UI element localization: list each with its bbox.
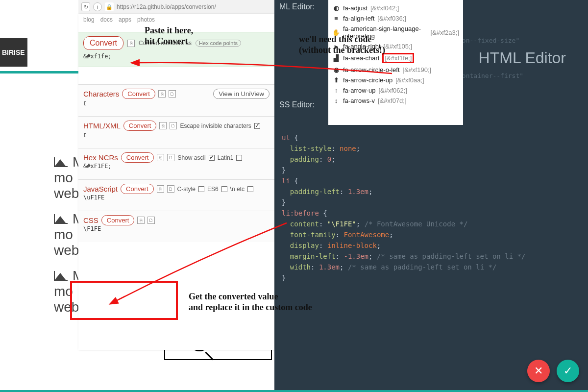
escape-invisible-checkbox[interactable]	[254, 123, 260, 129]
fa-glyph-icon: ▟	[332, 54, 340, 62]
convert-numbers-label: Convert numbers as	[139, 40, 192, 47]
cstyle-checkbox[interactable]	[198, 186, 204, 192]
fa-cheatsheet-row: ◐fa-adjust[&#xf042;]	[332, 3, 459, 13]
html-xml-section: HTML/XML Convert ⎘ 🗋 Escape invisible ch…	[78, 116, 274, 148]
convert-button[interactable]: Convert	[121, 184, 154, 194]
fa-code: [&#xf07d;]	[378, 97, 407, 104]
fa-code: [&#xf190;]	[403, 66, 432, 74]
mobirise-brand-partial: BIRISE	[0, 38, 27, 67]
convert-button[interactable]: Convert	[122, 89, 155, 99]
fa-code: [&#xf036;]	[377, 15, 406, 22]
netc-label: \n etc	[230, 186, 245, 193]
section-title: CSS	[83, 216, 98, 224]
convert-button[interactable]: Convert	[83, 36, 123, 50]
file-icon[interactable]: 🗋	[169, 90, 176, 98]
characters-output[interactable]: ▯	[83, 99, 87, 106]
fa-cheatsheet-row: ≡fa-align-left[&#xf036;]	[332, 13, 459, 24]
convert-button[interactable]: Convert	[123, 121, 157, 131]
show-ascii-label: Show ascii	[177, 154, 205, 161]
fa-glyph-icon: ≡	[332, 15, 340, 22]
javascript-output[interactable]: \uF1FE	[83, 194, 270, 201]
section-title: HTML/XML	[83, 122, 121, 130]
view-in-uniview-button[interactable]: View in UniView	[213, 89, 270, 99]
fa-code: [&#xf042;]	[370, 4, 399, 12]
info-icon[interactable]: i	[93, 2, 102, 11]
chart-icon	[54, 157, 68, 167]
fa-glyph-icon: ⬆	[332, 76, 340, 84]
file-icon[interactable]: 🗋	[170, 122, 177, 129]
nav-blog[interactable]: blog	[83, 16, 95, 23]
confirm-fab[interactable]: ✓	[557, 360, 579, 382]
cancel-fab[interactable]: ✕	[527, 360, 550, 382]
fa-glyph-icon: ↑	[332, 87, 340, 94]
input-area: Convert ⎘ Convert numbers as Hex code po…	[78, 32, 274, 67]
characters-section: Characters Convert ⎘ 🗋 View in UniView ▯	[78, 84, 274, 116]
fa-name: fa-american-sign-language-interpreting	[343, 25, 427, 40]
fontawesome-cheatsheet: ◐fa-adjust[&#xf042;]≡fa-align-left[&#xf0…	[328, 0, 463, 125]
section-title: Characters	[83, 90, 119, 98]
fa-cheatsheet-row: ↑fa-arrow-up[&#xf062;]	[332, 85, 459, 96]
converter-app: blog docs apps photos Convert ⎘ Convert …	[78, 14, 274, 350]
javascript-section: JavaScript Convert ⎘ 🗋 C-style ES6 \n et…	[78, 179, 274, 211]
show-ascii-checkbox[interactable]	[209, 155, 215, 161]
fa-cheatsheet-row: ▟fa-area-chart[&#xf1fe;]	[332, 51, 459, 65]
cstyle-label: C-style	[177, 186, 196, 193]
chart-icon	[54, 214, 68, 224]
check-icon: ✓	[564, 365, 572, 377]
main-input[interactable]: &#xf1fe;	[83, 53, 270, 60]
section-title: Hex NCRs	[83, 153, 118, 162]
file-icon[interactable]: 🗋	[167, 185, 174, 193]
top-nav: blog docs apps photos	[78, 14, 274, 25]
nav-docs[interactable]: docs	[100, 16, 113, 23]
css-output[interactable]: \F1FE	[83, 225, 270, 232]
fa-name: fa-arrow-up	[343, 87, 375, 94]
fa-name: fa-angle-right	[343, 43, 381, 50]
file-icon[interactable]: 🗋	[167, 154, 174, 161]
html-xml-output[interactable]: ▯	[83, 131, 87, 138]
escape-invisible-label: Escape invisible characters	[180, 122, 251, 129]
es6-checkbox[interactable]	[221, 186, 227, 192]
copy-icon[interactable]: ⎘	[127, 40, 135, 47]
fa-name: fa-align-left	[343, 15, 374, 22]
fa-code: [&#xf105;]	[384, 43, 413, 50]
copy-icon[interactable]: ⎘	[157, 185, 164, 193]
netc-checkbox[interactable]	[247, 186, 253, 192]
copy-icon[interactable]: ⎘	[157, 154, 164, 161]
browser-chrome: ↻ i 🔒 https://r12a.github.io/apps/conver…	[78, 0, 274, 14]
hex-codepoints-pill[interactable]: Hex code points	[196, 40, 241, 47]
css-editor-label: SS Editor:	[279, 100, 315, 109]
lock-icon: 🔒	[105, 2, 114, 11]
hex-ncrs-output[interactable]: &#xF1FE;	[83, 163, 270, 170]
chart-icon	[54, 271, 68, 281]
css-editor-code[interactable]: ul { list-style: none; padding: 0; } li …	[282, 132, 525, 283]
es6-label: ES6	[207, 186, 219, 193]
fa-cheatsheet-row: ↕fa-arrows-v[&#xf07d;]	[332, 96, 459, 106]
copy-icon[interactable]: ⎘	[159, 122, 167, 129]
copy-icon[interactable]: ⎘	[137, 217, 145, 224]
nav-photos[interactable]: photos	[137, 16, 155, 23]
fa-name: fa-arrow-circle-up	[343, 76, 392, 84]
section-title: JavaScript	[83, 185, 118, 193]
fa-code: [&#xf0aa;]	[395, 76, 424, 84]
convert-button[interactable]: Convert	[101, 215, 135, 225]
file-icon[interactable]: 🗋	[147, 217, 155, 224]
fa-cheatsheet-row: ▸fa-angle-right[&#xf105;]	[332, 41, 459, 51]
html-editor-label: ML Editor:	[279, 2, 315, 11]
fa-glyph-icon: ◉	[332, 66, 340, 74]
hex-ncrs-section: Hex NCRs Convert ⎘ 🗋 Show ascii Latin1 &…	[78, 148, 274, 179]
fa-name: fa-arrows-v	[343, 97, 375, 104]
fa-glyph-icon: ✋	[332, 29, 340, 36]
copy-icon[interactable]: ⎘	[158, 90, 166, 98]
close-icon: ✕	[534, 365, 543, 377]
css-section: CSS Convert ⎘ 🗋 \F1FE	[78, 211, 274, 242]
fa-code: [&#xf062;]	[378, 87, 407, 94]
nav-apps[interactable]: apps	[119, 16, 131, 23]
fa-glyph-icon: ◐	[332, 4, 340, 12]
page-border	[0, 390, 588, 392]
reload-button[interactable]: ↻	[81, 2, 90, 11]
address-bar[interactable]: https://r12a.github.io/apps/conversion/	[117, 3, 271, 10]
latin1-checkbox[interactable]	[236, 155, 242, 161]
fa-cheatsheet-row: ◉fa-arrow-circle-o-left[&#xf190;]	[332, 65, 459, 75]
fa-name: fa-adjust	[343, 4, 368, 12]
convert-button[interactable]: Convert	[121, 152, 154, 163]
